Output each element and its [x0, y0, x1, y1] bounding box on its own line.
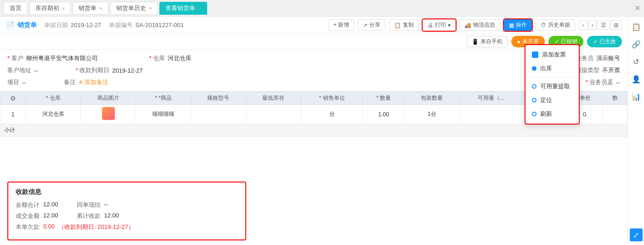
sidebar-refresh-icon[interactable]: ↺ — [630, 55, 643, 68]
logistics-button[interactable]: 🚚 物流信息 — [459, 19, 500, 31]
sales-person-b-field: 业务员孟 -- — [586, 78, 620, 86]
col-amount: 数 — [603, 92, 627, 105]
deal-amount-item: 成交金额 12.00 — [16, 212, 58, 220]
warehouse-field: 仓库 河北仓库 — [149, 54, 192, 63]
tab-sales-history-close[interactable]: × — [149, 6, 152, 11]
doc-title-text: 销货单 — [17, 21, 37, 29]
history-icon: ⏱ — [541, 22, 546, 28]
same-order-label: 同单现结 — [77, 201, 101, 209]
truck-icon: 🚚 — [464, 22, 471, 28]
col-pack-qty: 包装数量 — [404, 92, 459, 105]
dropdown-available-qty[interactable]: 可用量提取 — [525, 80, 579, 93]
row-warehouse: 河北仓库 — [26, 105, 81, 124]
effective-button[interactable]: ✓ 已生效 — [587, 36, 622, 47]
total-amount-item: 金额合计 12.00 — [16, 201, 58, 209]
dropdown-divider — [525, 77, 579, 78]
tab-sales-history[interactable]: 销货单历史 × — [110, 2, 158, 15]
col-product: * *商品 — [136, 92, 191, 105]
sidebar-chart-icon[interactable]: 📊 — [630, 90, 643, 103]
note-field: 备注 ⊕ 添加备注 — [64, 78, 109, 86]
print-button[interactable]: 🖨 打印 ▾ — [423, 19, 456, 31]
print-dropdown-arrow: ▾ — [448, 22, 451, 28]
ticket-type-value: 不开票 — [602, 66, 620, 74]
grid-icon: ▦ — [509, 22, 514, 28]
locate-icon — [532, 98, 537, 103]
sidebar-user-icon[interactable]: 👤 — [630, 73, 643, 85]
doc-date-meta: 单据日期 2019-12-27 — [44, 21, 102, 29]
this-order-note: （收款到期日: 2019-12-27） — [58, 223, 134, 231]
dropdown-add-invoice[interactable]: 添加发票 — [525, 48, 579, 62]
address-value: -- — [34, 67, 38, 74]
payment-title: 收款信息 — [16, 188, 238, 196]
sidebar-expand-icon[interactable]: ⤢ — [630, 228, 643, 241]
this-order-item: 本单欠款 0.00 （收款到期日: 2019-12-27） — [16, 223, 134, 231]
copy-icon: 📋 — [394, 22, 401, 28]
sales-person-field: 业务员 演示账号 — [576, 54, 620, 63]
row-pack-qty: 1台 — [404, 105, 459, 124]
col-unit: * 销售单位 — [301, 92, 363, 105]
doc-actions: + 新增 ↗ 分享 📋 复制 🖨 打印 ▾ 🚚 物流信息 ▦ 操作 — [328, 19, 622, 31]
tab-home[interactable]: 首页 — [4, 2, 28, 15]
col-min-stock: 最低库存 — [246, 92, 301, 105]
row-available — [459, 105, 523, 124]
row-product: 嘻嘻嘻嘻 — [136, 105, 191, 124]
nav-next-button[interactable]: › — [588, 20, 597, 30]
same-order-item: 同单现结 -- — [77, 201, 108, 209]
nav-grid-view-button[interactable]: ⊞ — [610, 20, 622, 30]
this-order-label: 本单欠款 — [16, 223, 40, 231]
sidebar-link-icon[interactable]: 🔗 — [630, 38, 643, 51]
sales-person-value: 演示账号 — [596, 54, 620, 63]
project-value: -- — [22, 79, 26, 86]
dropdown-refresh[interactable]: 刷新 — [525, 107, 579, 121]
row-min-stock — [246, 105, 301, 124]
same-order-value: -- — [104, 201, 108, 209]
sidebar-clipboard-icon[interactable]: 📋 — [630, 20, 643, 33]
accumulated-label: 累计收款 — [77, 212, 101, 220]
tab-view-sales-close[interactable]: × — [198, 6, 201, 11]
tab-bar: 首页 库存期初 × 销货单 × 销货单历史 × 查看销货单 × ✕ — [0, 0, 644, 17]
payment-row-2: 成交金额 12.00 累计收款 12.00 — [16, 212, 238, 220]
add-note-button[interactable]: ⊕ 添加备注 — [79, 78, 109, 86]
this-order-value: 0.00 — [43, 223, 55, 231]
tab-sales-order[interactable]: 销货单 × — [73, 2, 108, 15]
invoice-dot-icon: ● — [517, 39, 520, 45]
from-mobile-button[interactable]: 📱 来自手机 — [467, 36, 508, 47]
tab-inventory-init[interactable]: 库存期初 × — [29, 2, 71, 15]
operation-button[interactable]: ▦ 操作 — [504, 19, 532, 31]
customer-value: 柳州粤港平安气体有限公司 — [26, 54, 98, 63]
nav-list-view-button[interactable]: ☰ — [598, 20, 610, 30]
accumulated-value: 12.00 — [104, 212, 119, 220]
deal-amount-label: 成交金额 — [16, 212, 40, 220]
nav-prev-button[interactable]: ‹ — [579, 20, 587, 30]
number-value: SA-20191227-001 — [136, 22, 184, 28]
dropdown-locate[interactable]: 定位 — [525, 93, 579, 107]
mobile-icon: 📱 — [472, 39, 479, 45]
sales-order-icon: 📄 — [6, 21, 15, 29]
nav-arrows: ‹ › ☰ ⊞ — [579, 20, 622, 30]
row-index: 1 — [0, 105, 26, 124]
history-button[interactable]: ⏱ 历史单据 — [536, 19, 575, 31]
project-field: 项目 -- — [7, 78, 26, 86]
add-button[interactable]: + 新增 — [328, 19, 354, 31]
gear-icon: ⚙ — [10, 95, 16, 102]
row-image — [81, 105, 136, 124]
tab-sales-order-close[interactable]: × — [99, 6, 102, 11]
dropdown-outbound[interactable]: 出库 — [525, 62, 579, 75]
payment-box: 收款信息 金额合计 12.00 同单现结 -- 成交金额 12.00 累计收款 … — [7, 182, 246, 240]
share-button[interactable]: ↗ 分享 — [358, 19, 385, 31]
col-warehouse: * 仓库 — [26, 92, 81, 105]
copy-button[interactable]: 📋 复制 — [389, 19, 419, 31]
date-value: 2019-12-27 — [71, 22, 102, 28]
tab-inventory-init-close[interactable]: × — [62, 6, 65, 11]
add-invoice-icon — [532, 51, 538, 58]
tab-view-sales[interactable]: 查看销货单 × — [159, 2, 207, 15]
warehouse-label: 仓库 — [149, 54, 165, 63]
pay-date-value: 2019-12-27 — [112, 67, 143, 74]
pay-date-field: 收款到期日 2019-12-27 — [76, 66, 143, 74]
address-label: 客户地址 — [7, 66, 31, 74]
sales-person-b-value: -- — [616, 79, 620, 86]
project-label: 项目 — [7, 78, 19, 86]
customer-field: 客户 柳州粤港平安气体有限公司 — [7, 54, 98, 63]
doc-header: 📄 销货单 单据日期 2019-12-27 单据编号 SA-20191227-0… — [0, 17, 627, 34]
tab-bar-close-button[interactable]: ✕ — [634, 4, 640, 12]
